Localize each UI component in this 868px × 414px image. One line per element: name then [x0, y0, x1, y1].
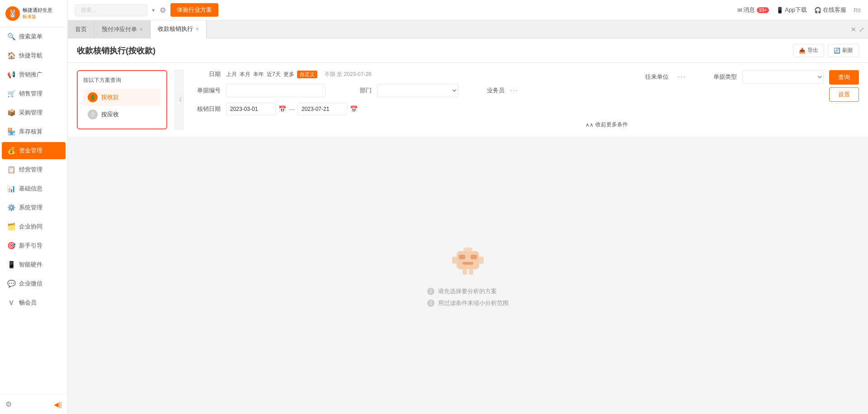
sidebar-item-collab[interactable]: 🗂️ 企业协同 — [0, 217, 67, 236]
receivable-icon: ⏱ — [88, 109, 98, 119]
message-link[interactable]: ✉ 消息 99+ — [737, 6, 769, 14]
tab-collection-close[interactable]: × — [196, 26, 199, 32]
close-tab-icon[interactable]: ✕ — [851, 26, 856, 33]
page-header: 收款核销执行(按收款) 📤 导出 🔄 刷新 — [68, 38, 868, 63]
page-actions: 📤 导出 🔄 刷新 — [793, 44, 859, 57]
date-this-month[interactable]: 本月 — [240, 71, 250, 78]
svg-rect-7 — [469, 269, 473, 275]
sidebar-item-operations[interactable]: 📋 经营管理 — [0, 160, 67, 179]
svg-rect-6 — [462, 269, 467, 275]
doctype-select[interactable] — [742, 70, 824, 84]
sidebar-item-label: 资金管理 — [19, 147, 42, 155]
collapse-sidebar-icon[interactable]: ◀|| — [54, 401, 62, 408]
sidebar-item-label: 搜索菜单 — [19, 33, 42, 41]
tab-prepay[interactable]: 预付冲应付单 × — [94, 20, 151, 38]
staff-dots[interactable]: ··· — [510, 86, 519, 95]
sidebar-item-guide[interactable]: 🎯 新手引导 — [0, 236, 67, 255]
page-title: 收款核销执行(按收款) — [77, 45, 156, 56]
sidebar-item-sales[interactable]: 🛒 销售管理 — [0, 84, 67, 103]
user-name[interactable]: Rit — [854, 7, 861, 14]
finance-icon: 💰 — [7, 147, 15, 155]
sidebar-item-label: 营销推广 — [19, 71, 42, 79]
topbar: 搜索... ▾ ⚙ 体验行业方案 ✉ 消息 99+ 📱 App下载 🎧 在线客服… — [68, 0, 868, 20]
date-quick-links: 上月 本月 本年 近7天 更多 自定义 — [226, 71, 317, 78]
svg-rect-4 — [452, 257, 457, 264]
empty-tip-1: 1 请先选择要分析的方案 — [427, 286, 509, 297]
sidebar-item-purchase[interactable]: 📦 采购管理 — [0, 103, 67, 122]
filter-row-partner: 往来单位 ··· 单据类型 — [637, 70, 824, 84]
expand-icon[interactable]: ⤢ — [859, 26, 864, 33]
settings-button[interactable]: 设置 — [829, 87, 859, 102]
date-custom-tag[interactable]: 自定义 — [297, 71, 317, 78]
logo-version: 标准版 — [23, 14, 52, 20]
date-more[interactable]: 更多 — [283, 71, 294, 78]
calendar-end-icon[interactable]: 📅 — [350, 105, 358, 113]
member-icon: V — [7, 299, 15, 306]
export-button[interactable]: 📤 导出 — [793, 44, 824, 57]
filter-area: 按以下方案查询 💲 按收款 ⏱ 按应收 《 — [68, 63, 868, 137]
verify-date-end[interactable] — [297, 103, 347, 115]
dept-select[interactable] — [377, 84, 458, 97]
main-area: 搜索... ▾ ⚙ 体验行业方案 ✉ 消息 99+ 📱 App下载 🎧 在线客服… — [68, 0, 868, 414]
tabbar: 首页 预付冲应付单 × 收款核销执行 × ✕ ⤢ — [68, 20, 868, 38]
filter-row-date: 日期 上月 本月 本年 近7天 更多 自定义 不限 至 2023-07-26 — [189, 70, 628, 78]
search-icon: 🔍 — [7, 33, 15, 41]
dropdown-icon[interactable]: ▾ — [152, 7, 155, 14]
calendar-start-icon[interactable]: 📅 — [278, 105, 286, 113]
empty-illustration — [450, 242, 486, 278]
sidebar-item-search[interactable]: 🔍 搜索菜单 — [0, 27, 67, 46]
filter-collapse-button[interactable]: 《 — [175, 70, 184, 129]
docno-input[interactable] — [226, 84, 326, 97]
svg-rect-0 — [457, 251, 479, 269]
chevron-up-icon: ∧∧ — [585, 122, 594, 128]
query-button[interactable]: 查询 — [829, 70, 859, 85]
sidebar-item-member[interactable]: V 畅会员 — [0, 293, 67, 312]
tip-text-1: 请先选择要分析的方案 — [438, 286, 497, 297]
verify-date-start[interactable] — [226, 103, 276, 115]
settings-icon[interactable]: ⚙ — [5, 400, 12, 409]
filter-option-by-collection[interactable]: 💲 按收款 — [83, 89, 161, 106]
refresh-button[interactable]: 🔄 刷新 — [828, 44, 859, 57]
date-this-year[interactable]: 本年 — [253, 71, 264, 78]
date-label: 日期 — [189, 70, 221, 78]
sidebar-item-label: 经营管理 — [19, 166, 42, 174]
gear-icon[interactable]: ⚙ — [160, 6, 166, 14]
filter-row-docno: 单据编号 部门 业务员 ··· — [189, 84, 628, 97]
purchase-icon: 📦 — [7, 109, 15, 117]
refresh-icon: 🔄 — [834, 48, 840, 54]
tab-collection[interactable]: 收款核销执行 × — [151, 20, 207, 38]
customer-service-link[interactable]: 🎧 在线客服 — [814, 6, 846, 14]
svg-rect-2 — [471, 255, 477, 259]
partner-label: 往来单位 — [637, 73, 669, 81]
sidebar-item-hardware[interactable]: 📱 智能硬件 — [0, 255, 67, 274]
app-download-link[interactable]: 📱 App下载 — [776, 6, 807, 14]
filter-left-title: 按以下方案查询 — [83, 76, 161, 84]
filter-option-by-receivable[interactable]: ⏱ 按应收 — [83, 106, 161, 123]
tip-num-2: 2 — [427, 300, 434, 307]
sidebar-item-wechat[interactable]: 💬 企业微信 — [0, 274, 67, 293]
export-icon: 📤 — [799, 48, 806, 54]
sidebar-item-finance[interactable]: 💰 资金管理 — [2, 142, 66, 159]
date-last-month[interactable]: 上月 — [226, 71, 237, 78]
sidebar-item-marketing[interactable]: 📢 营销推广 — [0, 65, 67, 84]
basic-icon: 📊 — [7, 185, 15, 193]
sales-icon: 🛒 — [7, 90, 15, 98]
sidebar: 🐰 畅捷通好生意 标准版 🔍 搜索菜单 🏠 快捷导航 📢 营销推广 🛒 销售管理… — [0, 0, 68, 414]
collapse-more-button[interactable]: ∧∧ 收起更多条件 — [189, 121, 628, 128]
headset-icon: 🎧 — [814, 7, 821, 14]
collection-icon: 💲 — [88, 92, 98, 102]
message-label: 消息 — [743, 6, 755, 14]
tab-home[interactable]: 首页 — [68, 20, 94, 38]
sidebar-item-nav[interactable]: 🏠 快捷导航 — [0, 46, 67, 65]
system-icon: ⚙️ — [7, 204, 15, 212]
sidebar-item-inventory[interactable]: 🏪 库存核算 — [0, 122, 67, 141]
date-no-limit: 不限 至 2023-07-26 — [325, 71, 372, 78]
sidebar-item-system[interactable]: ⚙️ 系统管理 — [0, 198, 67, 217]
tab-prepay-label: 预付冲应付单 — [102, 25, 137, 33]
partner-dots[interactable]: ··· — [678, 73, 686, 81]
date-separator: — — [289, 106, 295, 113]
tab-prepay-close[interactable]: × — [140, 26, 143, 33]
sidebar-item-basic[interactable]: 📊 基础信息 — [0, 179, 67, 198]
date-7days[interactable]: 近7天 — [267, 71, 281, 78]
industry-solution-button[interactable]: 体验行业方案 — [170, 3, 218, 17]
